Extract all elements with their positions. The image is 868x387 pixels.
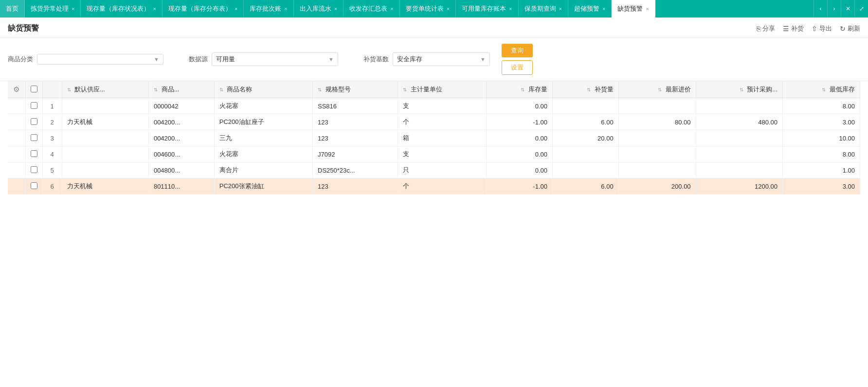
refresh-button[interactable]: ↻ 刷新 (840, 24, 860, 33)
nav-next-arrow[interactable]: › (827, 0, 841, 18)
nav-item-5[interactable]: 出入库流水 × (294, 0, 344, 18)
col-header-code[interactable]: ⇅ 商品... (148, 81, 214, 98)
col-header-minstock[interactable]: ⇅ 最低库存 (783, 81, 860, 98)
row-check-4[interactable] (25, 162, 42, 178)
row-minstock-5: 3.00 (783, 178, 860, 194)
datasource-label: 数据源 (189, 55, 208, 64)
nav-close-10[interactable]: × (602, 6, 605, 12)
col-header-settings[interactable]: ⚙ (8, 81, 25, 98)
row-stock-3: 0.00 (487, 146, 553, 162)
row-checkbox-0[interactable] (31, 102, 37, 109)
nav-item-2[interactable]: 现存量（库存状况表） × (81, 0, 162, 18)
nav-close-4[interactable]: × (284, 6, 287, 12)
sort-minstock-icon: ⇅ (822, 87, 826, 92)
row-name-4: 离合片 (214, 162, 312, 178)
nav-item-4[interactable]: 库存批次账 × (244, 0, 293, 18)
datasource-value: 可用量 (216, 55, 235, 64)
row-num-3: 4 (42, 146, 62, 162)
row-stock-4: 0.00 (487, 162, 553, 178)
nav-arrows: ‹ › ✕ ⤢ (814, 0, 868, 18)
nav-label-11: 缺货预警 (617, 4, 643, 13)
nav-item-3[interactable]: 现存量（库存分布表） × (163, 0, 244, 18)
export-button[interactable]: ⇧ 导出 (812, 24, 832, 33)
filter-left: 商品分类 ▼ 数据源 可用量 ▼ 补货基数 (8, 44, 860, 75)
row-checkbox-5[interactable] (31, 182, 37, 189)
row-checkbox-3[interactable] (31, 150, 37, 157)
select-all-checkbox[interactable] (31, 86, 37, 92)
row-checkbox-1[interactable] (31, 118, 37, 125)
col-header-estimated[interactable]: ⇅ 预计采购... (696, 81, 782, 98)
export-label: 导出 (819, 24, 832, 33)
col-header-supplier[interactable]: ⇅ 默认供应... (62, 81, 148, 98)
col-header-check[interactable] (25, 81, 42, 98)
nav-item-home[interactable]: 首页 (0, 0, 25, 18)
nav-item-9[interactable]: 保质期查询 × (519, 0, 568, 18)
nav-item-8[interactable]: 可用量库存账本 × (456, 0, 518, 18)
main-content: 缺货预警 ⎘ 分享 ☰ 补货 ⇧ 导出 ↻ 刷新 (0, 18, 868, 387)
nav-item-6[interactable]: 收发存汇总表 × (344, 0, 399, 18)
row-checkbox-2[interactable] (31, 134, 37, 141)
col-header-replenish[interactable]: ⇅ 补货量 (553, 81, 619, 98)
row-stock-2: 0.00 (487, 130, 553, 146)
category-select[interactable]: ▼ (37, 54, 163, 65)
row-supplier-3 (62, 146, 148, 162)
row-name-5: PC200张紧油缸 (214, 178, 312, 194)
nav-close-7[interactable]: × (447, 6, 450, 12)
col-supplier-label: 默认供应... (74, 86, 105, 93)
row-num-4: 5 (42, 162, 62, 178)
row-supplier-4 (62, 162, 148, 178)
row-price-0 (618, 98, 696, 114)
row-check-1[interactable] (25, 114, 42, 130)
settings-button[interactable]: 设置 (502, 60, 533, 75)
share-button[interactable]: ⎘ 分享 (757, 24, 775, 33)
nav-close-8[interactable]: × (509, 6, 512, 12)
row-check-2[interactable] (25, 130, 42, 146)
col-replenish-label: 补货量 (595, 86, 614, 93)
row-price-4 (618, 162, 696, 178)
datasource-chevron-icon: ▼ (328, 56, 334, 62)
nav-close-9[interactable]: × (559, 6, 562, 12)
nav-item-1[interactable]: 拣货异常处理 × (25, 0, 81, 18)
row-code-5: 801110... (148, 178, 214, 194)
row-settings-4 (8, 162, 25, 178)
nav-label-4: 库存批次账 (250, 4, 281, 13)
row-checkbox-4[interactable] (31, 166, 37, 173)
nav-label-home: 首页 (6, 4, 18, 13)
row-replenish-0 (553, 98, 619, 114)
nav-close-6[interactable]: × (390, 6, 393, 12)
nav-prev-arrow[interactable]: ‹ (814, 0, 827, 18)
row-check-0[interactable] (25, 98, 42, 114)
nav-item-11[interactable]: 缺货预警 × (612, 0, 655, 18)
col-header-spec[interactable]: ⇅ 规格型号 (313, 81, 398, 98)
replenish-button[interactable]: ☰ 补货 (783, 24, 804, 33)
nav-close-2[interactable]: × (153, 6, 156, 12)
nav-close-1[interactable]: × (72, 6, 74, 12)
col-header-unit[interactable]: ⇅ 主计量单位 (398, 81, 487, 98)
datasource-select[interactable]: 可用量 ▼ (212, 53, 338, 66)
col-minstock-label: 最低库存 (830, 86, 855, 93)
col-header-price[interactable]: ⇅ 最新进价 (618, 81, 696, 98)
col-header-name[interactable]: ⇅ 商品名称 (214, 81, 312, 98)
row-price-5: 200.00 (618, 178, 696, 194)
gear-icon[interactable]: ⚙ (13, 85, 19, 93)
nav-fullscreen[interactable]: ⤢ (854, 0, 868, 18)
row-check-3[interactable] (25, 146, 42, 162)
replenish-select[interactable]: 安全库存 ▼ (393, 53, 490, 66)
nav-close-11[interactable]: × (646, 6, 649, 12)
nav-close-5[interactable]: × (334, 6, 337, 12)
nav-close-all[interactable]: ✕ (841, 0, 854, 18)
nav-close-3[interactable]: × (235, 6, 237, 12)
nav-label-7: 要货单统计表 (406, 4, 444, 13)
row-replenish-1: 6.00 (553, 114, 619, 130)
row-minstock-0: 8.00 (783, 98, 860, 114)
row-price-2 (618, 130, 696, 146)
col-name-label: 商品名称 (227, 86, 252, 93)
row-check-5[interactable] (25, 178, 42, 194)
row-num-1: 2 (42, 114, 62, 130)
nav-item-10[interactable]: 超储预警 × (568, 0, 612, 18)
query-button[interactable]: 查询 (502, 44, 533, 57)
row-supplier-0 (62, 98, 148, 114)
col-header-stock[interactable]: ⇅ 库存量 (487, 81, 553, 98)
nav-item-7[interactable]: 要货单统计表 × (400, 0, 456, 18)
row-minstock-1: 3.00 (783, 114, 860, 130)
